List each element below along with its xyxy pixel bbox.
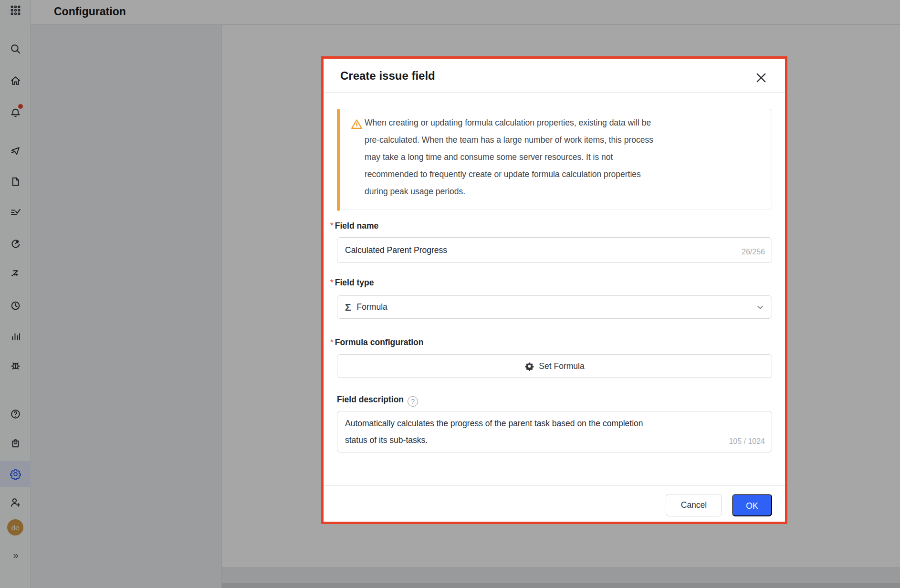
formula-configuration-label: *Formula configuration — [330, 337, 424, 347]
char-counter: 105 / 1024 — [729, 437, 765, 446]
required-asterisk: * — [330, 221, 334, 231]
gear-icon — [524, 361, 534, 371]
field-name-label: *Field name — [330, 221, 378, 231]
char-counter: 26/256 — [742, 248, 765, 256]
help-icon[interactable]: ? — [408, 396, 418, 407]
modal-header-divider — [324, 92, 785, 93]
field-type-value: Formula — [357, 302, 387, 312]
required-asterisk: * — [330, 278, 334, 287]
cancel-button[interactable]: Cancel — [666, 494, 722, 516]
field-name-input[interactable]: 26/256 — [337, 237, 772, 263]
field-description-textarea[interactable]: Automatically calculates the progress of… — [337, 411, 772, 452]
create-issue-field-modal: Create issue field When creating or upda… — [321, 56, 787, 524]
field-description-label: Field description? — [337, 395, 418, 407]
field-type-select[interactable]: Σ Formula — [337, 295, 772, 319]
required-asterisk: * — [330, 337, 334, 347]
ok-button[interactable]: OK — [732, 494, 772, 516]
field-type-label: *Field type — [330, 278, 374, 288]
modal-footer-divider — [324, 485, 785, 486]
warning-banner: When creating or updating formula calcul… — [337, 109, 772, 210]
sigma-icon: Σ — [345, 302, 351, 313]
set-formula-label: Set Formula — [539, 361, 584, 371]
chevron-down-icon — [755, 303, 765, 312]
warning-text: When creating or updating formula calcul… — [365, 114, 764, 200]
modal-title: Create issue field — [340, 69, 435, 83]
warning-icon — [350, 118, 363, 131]
warning-accent-bar — [337, 109, 340, 211]
close-icon[interactable] — [754, 71, 768, 84]
set-formula-button[interactable]: Set Formula — [337, 354, 772, 378]
field-name-text-input[interactable] — [337, 238, 710, 262]
